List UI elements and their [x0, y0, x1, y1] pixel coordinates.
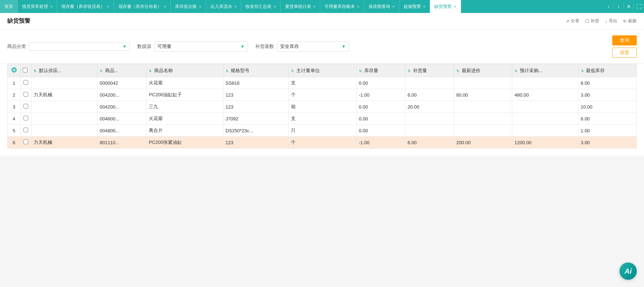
tab-expiry-query[interactable]: 保质期查询 × [364, 0, 399, 13]
row-estimated-purchase [512, 101, 578, 113]
row-unit: 箱 [289, 101, 357, 113]
export-button[interactable]: ↓ 导出 [605, 18, 617, 24]
close-tab-10[interactable]: × [423, 4, 425, 9]
col-checkbox-header[interactable] [21, 64, 31, 77]
table-header: ⇅ 默认供应... ⇅ 商品... ⇅ 商品名称 ⇅ 规格型号 [8, 64, 637, 77]
row-stock-qty: -1.00 [356, 89, 405, 101]
tab-close-all-btn[interactable]: ✕ [624, 4, 634, 9]
row-checkbox[interactable] [23, 92, 28, 97]
category-select[interactable]: ▼ [29, 42, 130, 51]
tab-overstock-warning[interactable]: 超储预警 × [399, 0, 430, 13]
close-tab-8[interactable]: × [357, 4, 359, 9]
tab-prev-btn[interactable]: ‹ [604, 4, 614, 9]
table-row[interactable]: 5 004800... 离合片 DS250*23c... 只 0.00 1.00 [8, 125, 637, 137]
replenish-base-dropdown-icon: ▼ [341, 44, 346, 49]
row-checkbox-cell[interactable] [21, 137, 31, 149]
refresh-icon: ↻ [623, 19, 627, 24]
row-default-supplier [31, 125, 97, 137]
table-row[interactable]: 3 004200... 三九 123 箱 0.00 20.00 10.00 [8, 101, 637, 113]
col-unit[interactable]: ⇅ 主计量单位 [289, 64, 357, 77]
row-num: 4 [8, 113, 21, 125]
close-tab-6[interactable]: × [274, 4, 276, 9]
row-stock-qty: 0.00 [356, 125, 405, 137]
replenish-base-select[interactable]: 安全库存 ▼ [277, 41, 349, 52]
row-checkbox-cell[interactable] [21, 77, 31, 89]
row-latest-price [454, 77, 512, 89]
close-tab-11[interactable]: × [454, 4, 456, 9]
row-checkbox[interactable] [23, 140, 28, 144]
col-min-stock[interactable]: ⇅ 最低库存 [578, 64, 636, 77]
page-content: 缺货预警 ↗ 分享 ☐ 补货 ↓ 导出 ↻ 刷新 商品分类 [0, 13, 644, 156]
column-settings-icon[interactable] [11, 67, 17, 73]
refresh-button[interactable]: ↻ 刷新 [623, 18, 637, 24]
close-tab-2[interactable]: × [107, 4, 109, 9]
sort-icon: ⇅ [456, 69, 459, 73]
datasource-select[interactable]: 可用量 ▼ [154, 41, 248, 52]
row-num: 1 [8, 77, 21, 89]
tab-inout-flow[interactable]: 出入库流水 × [206, 0, 241, 13]
row-checkbox[interactable] [23, 116, 28, 120]
col-estimated-purchase[interactable]: ⇅ 预计采购... [512, 64, 578, 77]
settings-button[interactable]: 设置 [612, 48, 637, 58]
tab-picking-exception[interactable]: 拣货异常处理 × [18, 0, 57, 13]
row-product-name: PC200油缸缸子 [147, 89, 223, 101]
table-row[interactable]: 6 力天机械 801110... PC200张紧油缸 123 个 -1.00 6… [8, 137, 637, 149]
col-product-name[interactable]: ⇅ 商品名称 [147, 64, 223, 77]
tab-next-btn[interactable]: › [614, 4, 624, 9]
row-replenish-qty [405, 77, 454, 89]
close-tab-7[interactable]: × [313, 4, 316, 9]
tab-collect-send-summary[interactable]: 收发存汇总表 × [241, 0, 280, 13]
row-estimated-purchase [512, 113, 578, 125]
tab-nav-actions: ‹ › ✕ ⛶ [604, 4, 644, 9]
col-latest-price[interactable]: ⇅ 最新进价 [454, 64, 512, 77]
close-tab-5[interactable]: × [234, 4, 236, 9]
tab-current-stock-dist[interactable]: 现存量（库存分布表） × [114, 0, 171, 13]
select-all-checkbox[interactable] [23, 68, 27, 72]
row-checkbox-cell[interactable] [21, 101, 31, 113]
col-replenish-qty[interactable]: ⇅ 补货量 [405, 64, 454, 77]
tab-current-stock-status[interactable]: 现存量（库存状况表） × [57, 0, 114, 13]
close-tab-1[interactable]: × [50, 4, 52, 9]
header-actions: ↗ 分享 ☐ 补货 ↓ 导出 ↻ 刷新 [566, 18, 637, 24]
col-spec[interactable]: ⇅ 规格型号 [223, 64, 289, 77]
tab-expand-btn[interactable]: ⛶ [634, 4, 644, 9]
row-stock-qty: -1.00 [356, 137, 405, 149]
svg-rect-2 [13, 70, 16, 71]
table-row[interactable]: 4 004600... 火花塞 J7092 支 0.00 8.00 [8, 113, 637, 125]
row-checkbox[interactable] [23, 104, 28, 109]
row-spec: 123 [223, 101, 289, 113]
row-checkbox-cell[interactable] [21, 113, 31, 125]
close-tab-4[interactable]: × [199, 4, 201, 9]
tab-stock-batch[interactable]: 库存批次账 × [171, 0, 206, 13]
table-row[interactable]: 1 0000042 火花塞 SS816 支 0.00 8.00 [8, 77, 637, 89]
row-checkbox-cell[interactable] [21, 89, 31, 101]
row-estimated-purchase: 480.00 [512, 89, 578, 101]
row-stock-qty: 0.00 [356, 113, 405, 125]
category-dropdown-icon: ▼ [122, 44, 127, 49]
tab-home[interactable]: 首页 [0, 0, 18, 13]
row-replenish-qty [405, 125, 454, 137]
tab-requisition-stats[interactable]: 要货单统计表 × [281, 0, 320, 13]
row-product-code: 004200... [97, 101, 147, 113]
replenish-button[interactable]: ☐ 补货 [585, 18, 599, 24]
col-settings[interactable] [8, 64, 21, 77]
row-checkbox[interactable] [23, 128, 28, 132]
sort-icon: ⇅ [100, 69, 103, 73]
row-unit: 只 [289, 125, 357, 137]
col-product-code[interactable]: ⇅ 商品... [97, 64, 147, 77]
share-button[interactable]: ↗ 分享 [566, 18, 579, 24]
tab-available-ledger[interactable]: 可用量库存账本 × [320, 0, 364, 13]
close-tab-3[interactable]: × [164, 4, 166, 9]
row-unit: 支 [289, 113, 357, 125]
row-checkbox-cell[interactable] [21, 125, 31, 137]
col-default-supplier[interactable]: ⇅ 默认供应... [31, 64, 97, 77]
close-tab-9[interactable]: × [392, 4, 395, 9]
row-default-supplier [31, 101, 97, 113]
table-row[interactable]: 2 力天机械 004200... PC200油缸缸子 123 个 -1.00 6… [8, 89, 637, 101]
row-checkbox[interactable] [23, 80, 28, 85]
datasource-select-value: 可用量 [157, 43, 171, 50]
query-button[interactable]: 查询 [612, 35, 637, 45]
col-stock-qty[interactable]: ⇅ 库存量 [356, 64, 405, 77]
row-latest-price: 80.00 [454, 89, 512, 101]
tab-stockout-warning[interactable]: 缺货预警 × [430, 0, 461, 13]
